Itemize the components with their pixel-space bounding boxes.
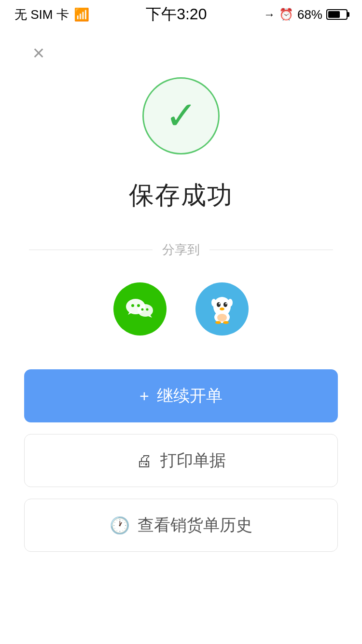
close-icon: × xyxy=(33,43,45,63)
wechat-icon xyxy=(123,292,157,326)
svg-point-12 xyxy=(225,303,227,305)
svg-point-15 xyxy=(217,314,227,322)
print-label: 打印单据 xyxy=(160,449,226,472)
continue-label: 继续开单 xyxy=(157,385,223,407)
print-button[interactable]: 🖨 打印单据 xyxy=(24,434,338,487)
checkmark-icon: ✓ xyxy=(165,97,197,135)
svg-point-2 xyxy=(131,304,134,307)
location-icon: → xyxy=(264,8,275,21)
wechat-share-button[interactable] xyxy=(113,282,167,336)
status-left: 无 SIM 卡 📶 xyxy=(14,6,89,23)
status-right: → ⏰ 68% xyxy=(264,7,348,22)
svg-point-13 xyxy=(220,308,224,310)
status-time: 下午3:20 xyxy=(146,4,207,25)
divider-line-right xyxy=(209,250,333,250)
carrier-text: 无 SIM 卡 xyxy=(14,6,69,23)
continue-button[interactable]: + 继续开单 xyxy=(24,369,338,422)
main-content: ✓ 保存成功 分享到 xyxy=(0,29,362,552)
share-icons xyxy=(113,282,249,336)
success-circle: ✓ xyxy=(142,77,220,154)
qq-share-button[interactable] xyxy=(195,282,249,336)
svg-point-19 xyxy=(223,321,229,324)
history-button[interactable]: 🕐 查看销货单历史 xyxy=(24,499,338,552)
history-label: 查看销货单历史 xyxy=(138,514,252,536)
svg-point-5 xyxy=(146,308,149,311)
close-button[interactable]: × xyxy=(24,39,53,68)
status-bar: 无 SIM 卡 📶 下午3:20 → ⏰ 68% xyxy=(0,0,362,29)
wifi-icon: 📶 xyxy=(74,7,89,22)
alarm-icon: ⏰ xyxy=(279,8,293,21)
svg-point-10 xyxy=(223,302,227,307)
print-icon: 🖨 xyxy=(136,451,153,470)
plus-icon: + xyxy=(139,387,149,406)
action-buttons: + 继续开单 🖨 打印单据 🕐 查看销货单历史 xyxy=(0,369,362,552)
battery-percent: 68% xyxy=(297,7,322,22)
svg-point-17 xyxy=(228,299,233,307)
share-label: 分享到 xyxy=(153,241,209,258)
svg-point-11 xyxy=(219,303,220,305)
share-divider: 分享到 xyxy=(0,241,362,258)
svg-point-9 xyxy=(217,302,221,307)
qq-icon xyxy=(206,293,238,325)
battery-icon xyxy=(326,9,348,20)
svg-point-3 xyxy=(137,304,140,307)
clock-icon: 🕐 xyxy=(110,516,130,535)
divider-line-left xyxy=(29,250,153,250)
svg-point-16 xyxy=(211,299,216,307)
svg-point-4 xyxy=(141,308,144,311)
success-title: 保存成功 xyxy=(129,179,233,212)
svg-point-18 xyxy=(215,321,221,324)
